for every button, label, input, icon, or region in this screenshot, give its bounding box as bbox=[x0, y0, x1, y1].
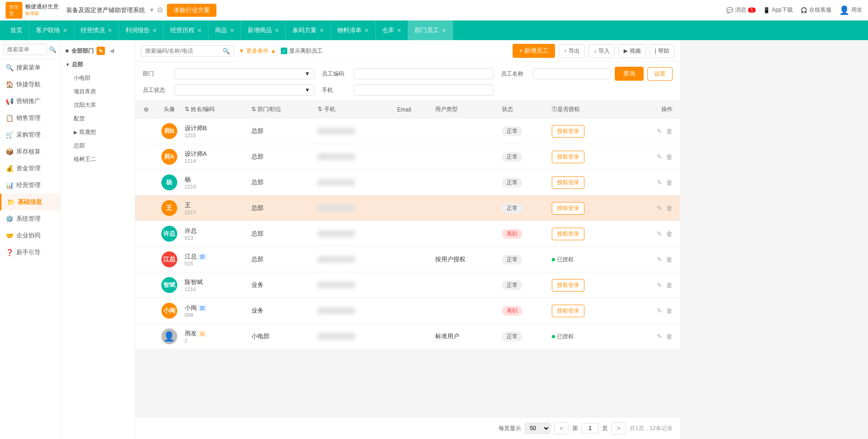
experience-btn[interactable]: 体验行业方案 bbox=[167, 4, 216, 17]
auth-cell[interactable]: 授权登录 bbox=[548, 118, 619, 144]
sidebar-item-basic-info[interactable]: 📁 基础信息 bbox=[0, 194, 60, 210]
tab-customer[interactable]: 客户联络 ✕ bbox=[29, 21, 74, 40]
close-icon[interactable]: ✕ bbox=[364, 28, 368, 34]
show-resigned-toggle[interactable]: ✓ 显示离职员工 bbox=[281, 47, 323, 55]
close-icon[interactable]: ✕ bbox=[63, 28, 67, 34]
auth-button[interactable]: 授权登录 bbox=[552, 279, 584, 292]
emp-code-input[interactable] bbox=[354, 68, 493, 79]
delete-icon[interactable]: 🗑 bbox=[666, 256, 673, 263]
delete-icon[interactable]: 🗑 bbox=[666, 127, 673, 135]
message-btn[interactable]: 💬 消息 5 bbox=[726, 6, 756, 14]
sidebar-item-system[interactable]: ⚙️ 系统管理 bbox=[0, 210, 60, 227]
tab-warehouse[interactable]: 仓库 ✕ bbox=[375, 21, 408, 40]
edit-icon[interactable]: ✎ bbox=[657, 333, 662, 340]
tab-profit[interactable]: 利润报告 ✕ bbox=[119, 21, 164, 40]
tab-new-goods[interactable]: 新增商品 ✕ bbox=[241, 21, 286, 40]
auth-cell[interactable]: 授权登录 bbox=[548, 144, 619, 170]
auth-cell[interactable]: 授权登录 bbox=[548, 221, 619, 247]
tab-home[interactable]: 首页 bbox=[4, 21, 29, 40]
dept-item-person[interactable]: 植树王二 bbox=[61, 153, 135, 166]
auth-button[interactable]: 授权登录 bbox=[552, 151, 584, 163]
auth-cell[interactable]: 授权登录 bbox=[548, 195, 619, 221]
dropdown-icon[interactable]: ▼ bbox=[149, 7, 155, 14]
next-page-btn[interactable]: ＞ bbox=[611, 422, 626, 434]
dept-collapse-icon[interactable]: ◀ bbox=[110, 48, 114, 54]
close-icon[interactable]: ✕ bbox=[397, 28, 401, 34]
auth-button[interactable]: 授权登录 bbox=[552, 228, 584, 240]
settings-icon[interactable]: ⚙ bbox=[157, 6, 163, 14]
dept-filter-select[interactable]: ▼ bbox=[174, 68, 314, 79]
close-icon[interactable]: ✕ bbox=[230, 28, 234, 34]
export-btn[interactable]: ↑ 导出 bbox=[559, 44, 585, 58]
auth-button[interactable]: 授权登录 bbox=[552, 125, 584, 138]
edit-icon[interactable]: ✎ bbox=[657, 256, 662, 263]
prev-page-btn[interactable]: ＜ bbox=[554, 422, 569, 434]
auth-cell[interactable]: 授权登录 bbox=[548, 298, 619, 324]
sidebar-item-nav[interactable]: 🏠 快捷导航 bbox=[0, 76, 60, 93]
app-download-btn[interactable]: 📱 App下载 bbox=[763, 6, 793, 14]
emp-status-select[interactable]: ▼ bbox=[174, 84, 314, 96]
dept-item-headquarters[interactable]: ▼总部 bbox=[61, 58, 135, 71]
query-btn[interactable]: 查询 bbox=[615, 67, 644, 81]
auth-cell[interactable]: 已授权 bbox=[548, 247, 619, 272]
delete-icon[interactable]: 🗑 bbox=[666, 230, 673, 237]
search-input[interactable] bbox=[145, 48, 220, 54]
dept-item-shuanglu[interactable]: ▶双鹿想 bbox=[61, 125, 135, 139]
auth-cell[interactable]: 授权登录 bbox=[548, 272, 619, 298]
tab-history[interactable]: 经营历程 ✕ bbox=[164, 21, 208, 40]
resigned-checkbox[interactable]: ✓ bbox=[281, 48, 287, 54]
edit-icon[interactable]: ✎ bbox=[657, 230, 662, 237]
sidebar-item-finance[interactable]: 💰 资金管理 bbox=[0, 160, 60, 177]
auth-cell[interactable]: 已授权 bbox=[548, 324, 619, 349]
tab-bom[interactable]: 物料清单 ✕ bbox=[331, 21, 375, 40]
close-icon[interactable]: ✕ bbox=[197, 28, 201, 34]
close-icon[interactable]: ✕ bbox=[275, 28, 279, 34]
tab-goods[interactable]: 商品 ✕ bbox=[208, 21, 241, 40]
dept-item-small-elec[interactable]: 小电部 bbox=[61, 71, 135, 85]
sidebar-item-operation[interactable]: 📊 经营管理 bbox=[0, 177, 60, 194]
online-service-btn[interactable]: 🎧 在线客服 bbox=[800, 6, 832, 14]
view-btn[interactable]: ▶ 视频 bbox=[618, 44, 646, 58]
emp-name-input[interactable] bbox=[533, 68, 611, 79]
tab-operation[interactable]: 经营情况 ✕ bbox=[74, 21, 119, 40]
add-employee-btn[interactable]: + 新增员工 bbox=[513, 44, 555, 58]
delete-icon[interactable]: 🗑 bbox=[666, 179, 673, 186]
edit-icon[interactable]: ✎ bbox=[657, 204, 662, 212]
setting-btn[interactable]: 设置 bbox=[647, 67, 673, 81]
sidebar-item-guide[interactable]: ❓ 新手引导 bbox=[0, 244, 60, 261]
dept-item-hq[interactable]: 总部 bbox=[61, 139, 135, 153]
close-icon[interactable]: ✕ bbox=[153, 28, 157, 34]
sidebar-item-collab[interactable]: 🤝 企业协同 bbox=[0, 227, 60, 244]
edit-icon[interactable]: ✎ bbox=[657, 179, 662, 186]
delete-icon[interactable]: 🗑 bbox=[666, 333, 673, 340]
sidebar-item-sales[interactable]: 📋 销售管理 bbox=[0, 110, 60, 126]
sidebar-item-inventory[interactable]: 📦 库存核算 bbox=[0, 143, 60, 160]
edit-icon[interactable]: ✎ bbox=[657, 307, 662, 314]
dept-item-project[interactable]: 项目库房 bbox=[61, 85, 135, 98]
sidebar-item-search[interactable]: 🔍 搜索菜单 bbox=[0, 59, 60, 76]
help-btn[interactable]: | 帮助 bbox=[650, 44, 674, 58]
dept-item-shenyang[interactable]: 沈阳大库 bbox=[61, 98, 135, 112]
edit-icon[interactable]: ✎ bbox=[657, 153, 662, 160]
edit-icon[interactable]: ✎ bbox=[657, 127, 662, 135]
sidebar-item-marketing[interactable]: 📢 营销推广 bbox=[0, 93, 60, 110]
tab-dept-employee[interactable]: 部门员工 ✕ bbox=[408, 21, 453, 40]
auth-button[interactable]: 授权登录 bbox=[552, 202, 584, 215]
auth-cell[interactable]: 授权登录 bbox=[548, 170, 619, 195]
more-conditions-btn[interactable]: ▼ 更多条件 ▲ bbox=[239, 47, 276, 55]
dept-item-distribution[interactable]: 配货 bbox=[61, 112, 135, 125]
edit-icon[interactable]: ✎ bbox=[657, 281, 662, 289]
import-btn[interactable]: ↓ 导入 bbox=[589, 44, 615, 58]
delete-icon[interactable]: 🗑 bbox=[666, 204, 673, 212]
close-icon[interactable]: ✕ bbox=[108, 28, 112, 34]
close-icon[interactable]: ✕ bbox=[442, 28, 446, 34]
sidebar-search-input[interactable] bbox=[4, 44, 47, 55]
per-page-select[interactable]: 50 20 100 bbox=[525, 423, 550, 434]
delete-icon[interactable]: 🗑 bbox=[666, 307, 673, 314]
close-icon[interactable]: ✕ bbox=[319, 28, 324, 34]
auth-button[interactable]: 授权登录 bbox=[552, 176, 584, 189]
delete-icon[interactable]: 🗑 bbox=[666, 153, 673, 160]
tab-barcode[interactable]: 条码方案 ✕ bbox=[286, 21, 331, 40]
delete-icon[interactable]: 🗑 bbox=[666, 281, 673, 289]
user-btn[interactable]: 👤 用友 bbox=[839, 5, 862, 15]
